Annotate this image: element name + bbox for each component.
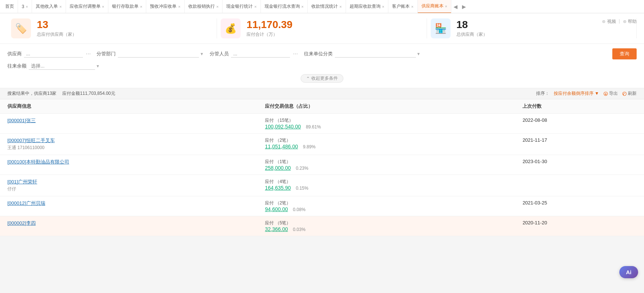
nav-tab-overdue-ar-close[interactable]: × xyxy=(382,4,384,9)
nav-tab-cash-bank-stat-close[interactable]: × xyxy=(254,4,256,9)
tx-info-cell: 应付 （1笔） 258,000.00 0.23% xyxy=(258,155,483,175)
supplier-link[interactable]: [000001]张三 xyxy=(7,117,250,124)
supplier-link[interactable]: [000002]李四 xyxy=(7,220,250,227)
nav-tab-receipt-verify-close[interactable]: × xyxy=(216,4,218,9)
nav-prev-arrow[interactable]: ◀ xyxy=(451,4,460,10)
nav-tab-3[interactable]: 3 × xyxy=(18,0,32,13)
col-header-empty xyxy=(483,99,515,114)
export-label: 导出 xyxy=(609,90,618,97)
category-filter: 往来单位分类 ▼ xyxy=(304,50,421,58)
summary-bar: 🏷️ 13 总应付供应商（家） 💰 11,170.39 应付合计（万） 🏪 18… xyxy=(0,13,644,44)
category-dropdown-icon[interactable]: ▼ xyxy=(417,52,421,56)
supplier-filter: 供应商 ··· xyxy=(7,50,91,58)
supplier-input[interactable] xyxy=(24,50,83,58)
supplier-link[interactable]: [000100]本特勤油品有限公司 xyxy=(7,159,250,165)
last-payment-cell xyxy=(515,175,644,196)
balance-input[interactable] xyxy=(29,62,95,70)
tx-amount[interactable]: 258,000.00 xyxy=(265,165,291,171)
nav-tab-3-close[interactable]: × xyxy=(26,4,28,9)
dept-input[interactable] xyxy=(118,50,199,58)
export-button[interactable]: 导出 xyxy=(603,90,618,97)
dept-filter: 分管部门 ▼ xyxy=(97,50,204,58)
total-payable-suppliers-value: 13 xyxy=(37,19,77,31)
nav-tab-home[interactable]: 首页 xyxy=(1,0,18,13)
table-row: [000001]张三 应付 （15笔） 100,092,540.00 89.61… xyxy=(0,114,644,134)
tx-info-cell: 应付 （5笔） 32,366.00 0.03% xyxy=(258,216,483,236)
nav-tab-cash-flow-query[interactable]: 现金银行流水查询 × xyxy=(261,0,308,13)
tx-amount-row: 100,092,540.00 89.61% xyxy=(265,124,476,130)
tx-count-label: （2笔） xyxy=(275,200,291,206)
tx-type-label: 应付 xyxy=(265,138,274,143)
nav-next-arrow[interactable]: ▶ xyxy=(460,4,468,10)
supplier-label: 供应商 xyxy=(7,51,22,57)
help-link[interactable]: ⊙ 帮助 xyxy=(623,18,637,25)
suppliers-icon: 🏷️ xyxy=(11,18,31,38)
nav-tab-customer-ledger-close[interactable]: × xyxy=(411,4,413,9)
category-label: 往来单位分类 xyxy=(304,51,333,57)
collapse-up-icon: ⌃ xyxy=(306,76,310,81)
supplier-info-cell: [000002]李四 xyxy=(0,216,258,236)
tx-count-label: （1笔） xyxy=(275,159,291,164)
nav-tab-3-label: 3 xyxy=(22,4,24,9)
category-input[interactable] xyxy=(335,50,416,58)
tx-percent: 9.89% xyxy=(303,144,315,149)
store-icon: 🏪 xyxy=(431,18,451,38)
tx-label-row: 应付 （1笔） xyxy=(265,159,476,165)
nav-tab-receipt-stat[interactable]: 收款情况统计 × xyxy=(308,0,346,13)
nav-tab-receipt-verify[interactable]: 收款核销执行 × xyxy=(185,0,223,13)
tx-amount[interactable]: 94,600.00 xyxy=(265,206,288,212)
search-button[interactable]: 查询 xyxy=(612,48,637,59)
nav-tab-ar-ap-adjust[interactable]: 应收应付调整单 × xyxy=(66,0,108,13)
nav-tab-other-income-close[interactable]: × xyxy=(59,4,62,9)
table-row: [000100]本特勤油品有限公司 应付 （1笔） 258,000.00 0.2… xyxy=(0,155,644,175)
nav-tab-overdue-ar[interactable]: 超期应收款查询 × xyxy=(346,0,388,13)
nav-tab-prepay-offset-close[interactable]: × xyxy=(178,4,180,9)
nav-tab-other-income-label: 其他收入单 xyxy=(36,3,58,10)
tx-amount[interactable]: 100,092,540.00 xyxy=(265,124,301,130)
nav-tab-supplier-ledger[interactable]: 供应商账本 × xyxy=(418,0,451,13)
summary-card-suppliers: 🏷️ 13 总应付供应商（家） xyxy=(7,18,217,38)
nav-tab-receipt-stat-close[interactable]: × xyxy=(339,4,342,9)
tx-amount[interactable]: 11,051,486.00 xyxy=(265,144,298,149)
tx-percent: 0.03% xyxy=(293,227,305,232)
nav-tab-prepay-offset[interactable]: 预收冲应收单 × xyxy=(146,0,184,13)
last-payment-date: 2020-11-20 xyxy=(522,220,547,225)
tx-label-row: 应付 （5笔） xyxy=(265,220,476,226)
supplier-link[interactable]: [001]广州荣轩 xyxy=(7,179,250,185)
dept-dropdown-icon[interactable]: ▼ xyxy=(200,52,204,56)
refresh-button[interactable]: 刷新 xyxy=(622,90,637,97)
tx-type-label: 应付 xyxy=(265,179,274,184)
supplier-link[interactable]: [000012]广州贝瑞 xyxy=(7,200,250,207)
tx-amount[interactable]: 164,635.90 xyxy=(265,185,291,191)
tx-amount[interactable]: 32,366.00 xyxy=(265,226,288,232)
last-payment-date: 2022-08-08 xyxy=(522,117,547,123)
tx-amount-row: 258,000.00 0.23% xyxy=(265,165,476,171)
link-separator: | xyxy=(619,18,620,25)
nav-tab-other-income[interactable]: 其他收入单 × xyxy=(32,0,66,13)
balance-dropdown-icon[interactable]: ▼ xyxy=(96,64,100,68)
top-right-links: ⊙ 视频 | ⊙ 帮助 xyxy=(602,18,637,25)
summary-card-1-text: 13 总应付供应商（家） xyxy=(37,19,77,38)
balance-filter: 往来余额 ▼ xyxy=(7,62,100,70)
nav-tab-ar-ap-adjust-close[interactable]: × xyxy=(102,4,104,9)
supplier-dots-icon[interactable]: ··· xyxy=(86,51,91,57)
tx-label-row: 应付 （2笔） xyxy=(265,137,476,144)
person-dots-icon[interactable]: ··· xyxy=(293,51,298,57)
person-input[interactable] xyxy=(231,50,290,58)
video-link[interactable]: ⊙ 视频 xyxy=(602,18,616,25)
tx-info-cell: 应付 （2笔） 11,051,486.00 9.89% xyxy=(258,134,483,155)
nav-tab-bank-deposit[interactable]: 银行存取款单 × xyxy=(108,0,146,13)
nav-tab-customer-ledger[interactable]: 客户账本 × xyxy=(388,0,417,13)
supplier-table-wrap: 供应商信息 应付交易信息（占比） 上次付数 [000001]张三 应付 （15笔… xyxy=(0,99,644,236)
nav-tab-cash-bank-stat[interactable]: 现金银行统计 × xyxy=(223,0,260,13)
collapse-button[interactable]: ⌃ 收起更多条件 xyxy=(301,74,343,83)
last-payment-cell: 2021-03-25 xyxy=(515,196,644,216)
total-suppliers-label: 总供应商（家） xyxy=(456,31,487,38)
supplier-link[interactable]: [000007]恒旺二手叉车 xyxy=(7,137,250,144)
nav-tab-supplier-ledger-label: 供应商账本 xyxy=(421,3,444,9)
nav-tab-bank-deposit-close[interactable]: × xyxy=(140,4,142,9)
sort-select[interactable]: 按应付余额倒序排序 ▼ xyxy=(554,90,599,97)
nav-tab-supplier-ledger-close[interactable]: × xyxy=(445,4,447,8)
nav-tab-cash-flow-query-close[interactable]: × xyxy=(301,4,304,9)
supplier-sub-info: 仔仔 xyxy=(7,186,250,192)
